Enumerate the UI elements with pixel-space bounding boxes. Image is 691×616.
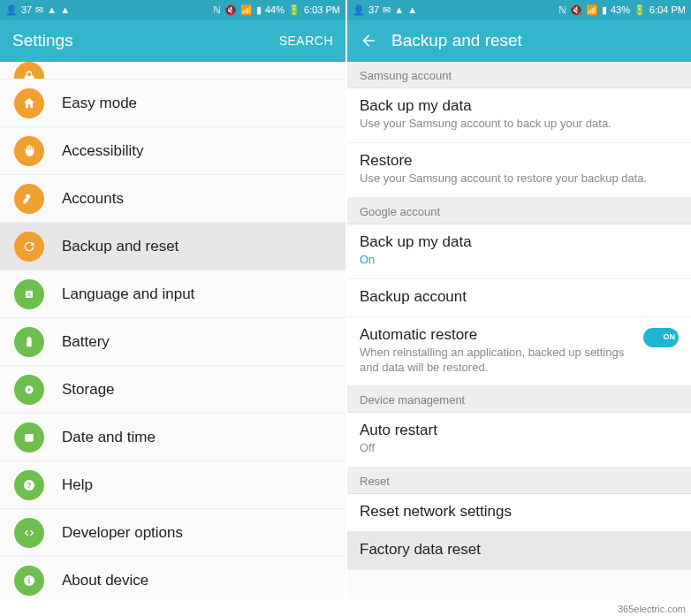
search-button[interactable]: SEARCH <box>279 34 333 48</box>
item-label: Privacy and safety <box>62 62 185 64</box>
sidebar-item-accounts[interactable]: Accounts <box>0 175 346 223</box>
entry-title: Factory data reset <box>360 541 679 559</box>
entry-status: Off <box>360 441 679 456</box>
sidebar-item-about[interactable]: i About device <box>0 557 346 599</box>
mail-icon: ✉ <box>383 4 391 16</box>
lock-icon <box>14 62 44 80</box>
entry-factory-reset[interactable]: Factory data reset <box>347 532 691 570</box>
entry-title: Auto restart <box>360 422 679 439</box>
signal-icon: ▮ <box>602 4 607 16</box>
svg-rect-2 <box>27 338 31 346</box>
entry-title: Back up my data <box>360 97 679 115</box>
svg-point-5 <box>28 388 31 391</box>
sidebar-item-privacy[interactable]: Privacy and safety <box>0 62 346 80</box>
entry-sub: When reinstalling an application, backed… <box>360 346 634 376</box>
item-label: Easy mode <box>62 95 137 112</box>
settings-header: Settings SEARCH <box>0 19 346 62</box>
language-icon: A <box>14 279 44 309</box>
item-label: Battery <box>62 333 110 351</box>
item-label: Developer options <box>62 524 183 542</box>
nfc-icon: ℕ <box>558 4 566 16</box>
page-title: Settings <box>12 31 73 50</box>
entry-auto-restart[interactable]: Auto restart Off <box>347 413 691 468</box>
item-label: Date and time <box>62 429 156 446</box>
warning-icon: ▲ <box>394 4 404 15</box>
clock: 6:04 PM <box>649 4 686 15</box>
entry-title: Back up my data <box>360 233 679 251</box>
status-temp: 37 <box>368 4 379 15</box>
battery-pct: 43% <box>611 4 630 15</box>
entry-title: Backup account <box>360 288 679 306</box>
status-bar: 👤 37 ✉ ▲ ▲ ℕ 🔇 📶 ▮ 43% 🔋 6:04 PM <box>347 0 691 19</box>
backup-reset-screen: 👤 37 ✉ ▲ ▲ ℕ 🔇 📶 ▮ 43% 🔋 6:04 PM <box>346 0 691 599</box>
svg-text:?: ? <box>27 481 31 490</box>
nfc-icon: ℕ <box>213 4 221 16</box>
signal-icon: ▮ <box>256 4 262 16</box>
entry-automatic-restore[interactable]: Automatic restore When reinstalling an a… <box>347 317 691 387</box>
entry-sub: Use your Samsung account to back up your… <box>360 117 679 132</box>
mail-icon: ✉ <box>35 4 43 16</box>
sidebar-item-battery[interactable]: Battery <box>0 318 346 366</box>
svg-rect-3 <box>28 337 31 338</box>
entry-title: Automatic restore <box>360 326 634 344</box>
page-title: Backup and reset <box>391 31 522 50</box>
entry-backup-account[interactable]: Backup account <box>347 279 691 317</box>
svg-text:i: i <box>28 576 30 585</box>
info-icon: i <box>14 566 44 596</box>
sidebar-item-date-time[interactable]: Date and time <box>0 414 346 461</box>
sidebar-item-easy-mode[interactable]: Easy mode <box>0 80 346 127</box>
backup-header: Backup and reset <box>347 19 691 62</box>
status-icon: 👤 <box>353 4 365 16</box>
settings-screen: 👤 37 ✉ ▲ ▲ ℕ 🔇 📶 ▮ 44% 🔋 6:03 PM Setting… <box>0 0 346 599</box>
entry-samsung-backup[interactable]: Back up my data Use your Samsung account… <box>347 88 691 143</box>
section-samsung: Samsung account <box>347 62 691 88</box>
mute-icon: 🔇 <box>224 4 237 16</box>
entry-title: Reset network settings <box>360 503 679 521</box>
entry-reset-network[interactable]: Reset network settings <box>347 494 691 532</box>
sidebar-item-language[interactable]: A Language and input <box>0 270 346 318</box>
sidebar-item-accessibility[interactable]: Accessibility <box>0 127 346 175</box>
entry-title: Restore <box>360 152 679 170</box>
item-label: About device <box>62 572 148 589</box>
svg-text:A: A <box>27 291 32 297</box>
item-label: Help <box>62 476 93 494</box>
storage-icon <box>14 375 44 405</box>
code-icon <box>14 518 44 548</box>
warning-icon: ▲ <box>407 4 417 15</box>
status-temp: 37 <box>21 4 32 15</box>
toggle-label: ON <box>664 332 676 341</box>
backup-list[interactable]: Samsung account Back up my data Use your… <box>347 62 691 599</box>
item-label: Backup and reset <box>62 238 178 255</box>
section-google: Google account <box>347 198 691 224</box>
back-button[interactable] <box>360 32 377 49</box>
battery-icon: 🔋 <box>288 4 300 16</box>
clock: 6:03 PM <box>304 4 340 15</box>
status-bar: 👤 37 ✉ ▲ ▲ ℕ 🔇 📶 ▮ 44% 🔋 6:03 PM <box>0 0 346 19</box>
entry-status: On <box>360 253 679 268</box>
entry-sub: Use your Samsung account to restore your… <box>360 171 679 186</box>
key-icon <box>14 184 44 214</box>
settings-list[interactable]: Privacy and safety Easy mode Accessibili… <box>0 62 346 599</box>
sidebar-item-help[interactable]: ? Help <box>0 461 346 509</box>
svg-rect-7 <box>25 434 33 437</box>
hand-icon <box>14 136 44 166</box>
item-label: Accounts <box>62 190 124 208</box>
item-label: Storage <box>62 381 115 399</box>
home-icon <box>14 88 44 118</box>
sidebar-item-backup-reset[interactable]: Backup and reset <box>0 223 346 270</box>
entry-samsung-restore[interactable]: Restore Use your Samsung account to rest… <box>347 143 691 198</box>
wifi-icon: 📶 <box>240 4 253 16</box>
wifi-icon: 📶 <box>586 4 598 16</box>
status-icon: 👤 <box>5 4 18 16</box>
backup-icon <box>14 232 44 262</box>
warning-icon: ▲ <box>60 4 70 15</box>
battery-pct: 44% <box>265 4 285 15</box>
auto-restore-toggle[interactable]: ON <box>643 328 679 347</box>
watermark: 365electric.com <box>618 604 686 614</box>
battery-icon: 🔋 <box>634 4 646 16</box>
battery-icon <box>14 327 44 357</box>
sidebar-item-storage[interactable]: Storage <box>0 366 346 414</box>
entry-google-backup[interactable]: Back up my data On <box>347 224 691 279</box>
sidebar-item-developer[interactable]: Developer options <box>0 509 346 557</box>
section-device-mgmt: Device management <box>347 386 691 413</box>
